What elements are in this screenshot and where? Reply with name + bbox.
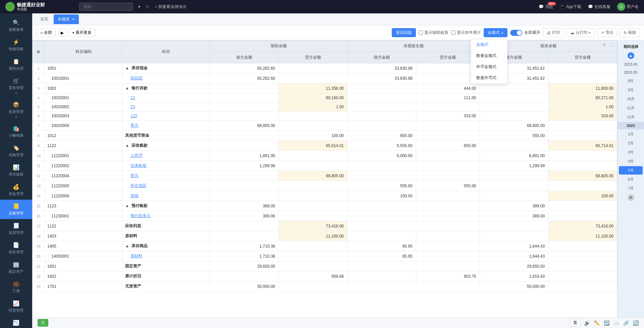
sidebar-item-nav[interactable]: ⚡ 快捷导航 xyxy=(0,36,32,55)
sidebar-item-funds[interactable]: 💰 资金管理 xyxy=(0,180,32,200)
dropdown-item-amount[interactable]: 金额式 xyxy=(471,39,507,50)
code-cell: 1122 xyxy=(45,141,122,151)
period-2023-05-2[interactable]: 2023.05 xyxy=(618,69,644,76)
expand-toggle[interactable]: 全部展开 xyxy=(510,30,540,36)
period-down-btn[interactable]: ▼ xyxy=(628,194,634,201)
dropdown-item-qty-amount[interactable]: 数量金额式 xyxy=(471,50,507,61)
code-cell: 10020006 xyxy=(45,121,122,131)
sidebar-item-operations[interactable]: 📈 经营管理 xyxy=(0,297,32,316)
cur-credit-cell xyxy=(416,103,480,112)
open-debit-cell xyxy=(210,131,279,141)
period-aug[interactable]: 8月 xyxy=(618,77,644,85)
name-cell[interactable]: 美元 xyxy=(122,121,210,131)
green-btn[interactable]: 王 xyxy=(38,319,48,327)
name-cell[interactable]: 12 xyxy=(122,93,210,103)
all-btn[interactable]: ◁ 全部 xyxy=(36,28,56,37)
header-search-input[interactable] xyxy=(79,3,133,11)
sidebar-item-search[interactable]: 🔍 搜索菜单 xyxy=(0,16,32,36)
name-cell[interactable]: 往来标签 xyxy=(122,161,210,171)
end-credit-cell xyxy=(548,181,617,191)
nav-arrow-btn[interactable]: ▶ xyxy=(58,29,66,37)
refresh-bottom-icon[interactable]: 🔄 xyxy=(633,320,639,326)
cur-debit-cell xyxy=(347,83,416,93)
name-cell[interactable]: 回回回 xyxy=(122,73,210,83)
period-apr[interactable]: 4月 xyxy=(618,157,644,166)
expand-btn[interactable]: ▾ 展开更多 xyxy=(69,28,95,37)
table-row: 231701 无形资产 50,000.0050,000.00 xyxy=(33,281,617,291)
dropdown-item-qty-foreign[interactable]: 数量外币式 xyxy=(471,72,507,83)
period-jan[interactable]: 1月 xyxy=(618,130,644,138)
period-2023-05-1[interactable]: 2023.05 xyxy=(618,61,644,68)
user-avatar[interactable]: U 用户名 xyxy=(617,3,639,11)
tab-close-btn[interactable]: ✕ xyxy=(72,17,75,21)
header-dropdown[interactable]: ▾ xyxy=(138,4,140,9)
link-icon[interactable]: 🔗 xyxy=(623,320,629,326)
period-may[interactable]: 5月 xyxy=(619,166,643,175)
dropdown-item-foreign-amount[interactable]: 外币金额式 xyxy=(471,61,507,72)
logo-text: 畅捷通好业财 专业版 xyxy=(17,2,45,12)
sidebar-item-tax[interactable]: 📑 税务管理 xyxy=(0,239,32,258)
name-cell[interactable]: 人民币 xyxy=(122,151,210,161)
name-cell[interactable]: 游戏 xyxy=(122,191,210,201)
toggle-switch[interactable] xyxy=(510,30,522,36)
sidebar-item-project[interactable]: 📋 项目合同 xyxy=(0,55,32,74)
cur-debit-cell xyxy=(347,161,416,171)
table-row: 410020001 12 80,160.00111.0080,271.00 xyxy=(33,93,617,103)
table-row: 211601 固定资产 29,650.0029,650.00 xyxy=(33,261,617,271)
sidebar-item-retail[interactable]: 🛒 零售管理 ▾ xyxy=(0,74,32,98)
period-jun[interactable]: 6月 xyxy=(618,175,644,184)
settings-col-header[interactable]: ⚙ xyxy=(33,41,45,63)
period-jul[interactable]: 7月 xyxy=(618,184,644,193)
print-btn[interactable]: 🖨 打印 xyxy=(543,28,564,37)
amount-style-btn[interactable]: 金额式 ∧ xyxy=(484,28,507,37)
message-btn[interactable]: 💬 消息 99+ xyxy=(539,4,553,10)
sidebar-item-expense[interactable]: 📉 小畅报销 xyxy=(0,316,32,328)
period-sep[interactable]: 9月 xyxy=(618,86,644,94)
cur-credit-cell xyxy=(416,231,480,241)
sidebar-item-ledger[interactable]: 📒 总账管理 xyxy=(0,200,32,219)
name-cell[interactable]: 23 xyxy=(122,103,210,112)
name-cell[interactable]: 所在地区 xyxy=(122,181,210,191)
period-up-btn[interactable]: ▲ xyxy=(628,52,634,59)
open-debit-cell: 389.00 xyxy=(210,211,279,221)
sidebar-item-wholesale[interactable]: 📦 批发管理 ▾ xyxy=(0,98,32,122)
online-service-btn[interactable]: 💬 在线客服 xyxy=(588,4,610,10)
year-accum-checkbox[interactable]: 显示本年累计 xyxy=(451,30,481,36)
period-dec[interactable]: 12月 xyxy=(618,113,644,121)
period-feb[interactable]: 2月 xyxy=(618,139,644,147)
cloud-print-btn[interactable]: ☁ 云打印 ▾ xyxy=(567,28,594,37)
table-row: 1611230001 预付款美元 389.00389.00 xyxy=(33,211,617,221)
cur-debit-cell: 5,555.00 xyxy=(347,141,416,151)
assist-calc-checkbox[interactable]: 显示辅助核算 xyxy=(419,30,448,36)
open-debit-cell: 389.00 xyxy=(210,201,279,211)
undo-icon[interactable]: ↩️ xyxy=(604,320,609,326)
cloud-icon[interactable]: ☁️ xyxy=(613,320,619,326)
open-credit-cell xyxy=(279,191,347,201)
period-2023-year[interactable]: 2023 xyxy=(618,122,644,129)
sidebar-item-ecommerce[interactable]: 🛍️ 小畅电商 xyxy=(0,122,32,141)
sidebar-item-inventory[interactable]: 📊 库存核算 xyxy=(0,161,32,180)
period-mar[interactable]: 3月 xyxy=(618,148,644,156)
refresh-btn[interactable]: ↻ 刷新 xyxy=(620,28,640,37)
tab-balance[interactable]: 余额表 ✕ xyxy=(54,14,79,24)
name-cell[interactable]: 预付款美元 xyxy=(122,211,210,221)
period-nov[interactable]: 11月 xyxy=(618,104,644,112)
name-cell[interactable]: 美元 xyxy=(122,171,210,181)
name-cell[interactable]: 原材料 xyxy=(122,251,210,261)
sidebar-item-purchase[interactable]: 🏷️ 采购管理 xyxy=(0,141,32,161)
demo-link[interactable]: ○ 我要看实例演示 xyxy=(155,4,186,10)
expand-icon[interactable]: ⛶ xyxy=(609,42,616,48)
sidebar-item-salary[interactable]: 💼 工资 xyxy=(0,277,32,297)
period-oct[interactable]: 10月 xyxy=(618,95,644,103)
lang-btn[interactable]: 英 xyxy=(570,319,580,327)
name-cell[interactable]: 122 xyxy=(122,112,210,121)
return-old-btn[interactable]: 退回旧版 xyxy=(392,28,416,37)
app-download-btn[interactable]: 📱 App下载 xyxy=(560,4,581,10)
sidebar-item-assets[interactable]: 🏢 固定资产 xyxy=(0,258,32,277)
edit-icon[interactable]: ✏️ xyxy=(594,320,600,326)
sound-icon[interactable]: 🔊 xyxy=(584,320,590,326)
sidebar-item-invoice[interactable]: 🧾 发票管理 xyxy=(0,219,32,239)
tab-home[interactable]: 首页 xyxy=(36,14,52,24)
close-icon[interactable]: ✕ xyxy=(601,42,608,48)
export-btn[interactable]: ↗ 导出 xyxy=(597,28,617,37)
